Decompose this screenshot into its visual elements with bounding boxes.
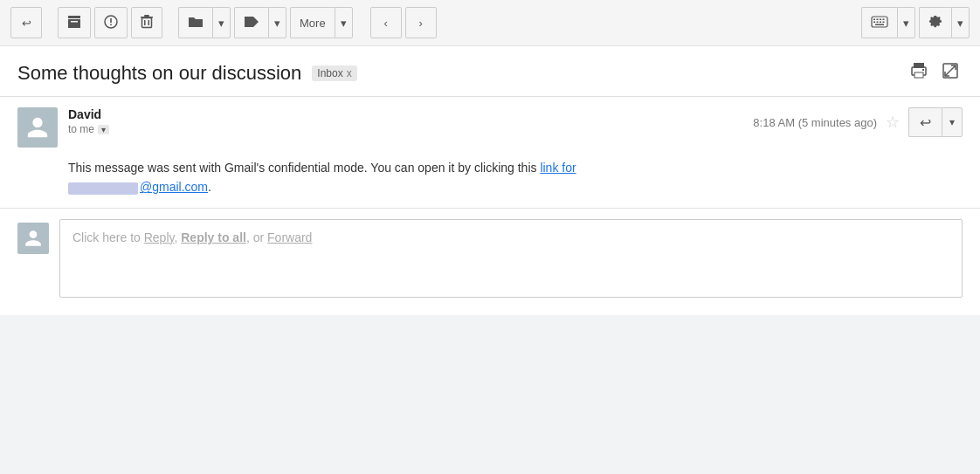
svg-rect-8 <box>142 17 152 27</box>
keyboard-icon <box>871 16 888 31</box>
back-arrow-icon: ↩ <box>22 17 31 30</box>
label-dropdown-button[interactable]: ▾ <box>268 7 286 38</box>
reply-person-icon <box>24 229 43 248</box>
svg-rect-12 <box>873 18 875 20</box>
spam-button[interactable] <box>94 7 128 38</box>
message-body: This message was sent with Gmail's confi… <box>68 158 963 197</box>
more-label: More <box>300 17 326 30</box>
prev-button[interactable]: ‹ <box>370 7 402 38</box>
email-link[interactable]: @gmail.com <box>140 180 208 194</box>
keyboard-caret-icon: ▾ <box>903 17 909 30</box>
or-label: or <box>253 230 267 244</box>
svg-line-26 <box>950 65 956 71</box>
sender-to: to me ▾ <box>68 123 753 135</box>
sender-info: David to me ▾ <box>68 107 753 135</box>
reply-button-group: ↩ ▾ <box>908 107 963 137</box>
label-button-group: ▾ <box>234 7 286 38</box>
sender-name: David <box>68 107 753 121</box>
svg-rect-0 <box>68 16 80 18</box>
reply-box[interactable]: Click here to Reply, Reply to all, or Fo… <box>59 219 963 298</box>
reply-label: Reply <box>144 230 175 244</box>
subject-row: Some thoughts on our discussion Inbox x <box>0 46 980 97</box>
settings-icon <box>928 15 942 31</box>
svg-rect-4 <box>110 18 112 23</box>
star-icon: ☆ <box>886 113 900 131</box>
more-button[interactable]: More <box>290 7 335 38</box>
folder-icon <box>188 16 204 31</box>
expand-button[interactable] <box>938 60 963 86</box>
svg-rect-7 <box>144 15 149 17</box>
confidential-link[interactable]: link for <box>540 161 576 175</box>
subject-actions <box>907 60 963 86</box>
reply-caret-icon: ▾ <box>949 116 955 128</box>
inbox-badge: Inbox x <box>312 65 356 81</box>
print-button[interactable] <box>907 60 931 86</box>
svg-rect-9 <box>144 20 146 25</box>
keyboard-button[interactable] <box>861 7 897 38</box>
folder-caret-icon: ▾ <box>218 17 224 30</box>
label-icon <box>244 16 259 31</box>
delete-icon <box>141 15 153 31</box>
body-text: This message was sent with Gmail's confi… <box>68 161 540 175</box>
svg-rect-10 <box>148 20 150 25</box>
spam-icon <box>104 15 118 31</box>
toolbar: ↩ ▾ ▾ <box>0 0 980 46</box>
svg-rect-19 <box>883 21 885 23</box>
blurred-email <box>68 182 138 195</box>
subject-text: Some thoughts on our discussion <box>17 62 301 85</box>
reply-all-label: Reply to all <box>181 230 246 244</box>
forward-link[interactable]: Forward <box>267 230 312 244</box>
folder-dropdown-button[interactable]: ▾ <box>212 7 231 38</box>
message-meta: 8:18 AM (5 minutes ago) ☆ ↩ ▾ <box>753 107 963 137</box>
reply-button[interactable]: ↩ <box>908 107 942 137</box>
svg-rect-23 <box>914 72 923 78</box>
svg-rect-5 <box>110 24 112 25</box>
reply-all-link[interactable]: Reply to all <box>181 230 246 244</box>
sender-avatar <box>17 107 58 148</box>
reply-avatar <box>17 223 49 254</box>
message-time: 8:18 AM (5 minutes ago) <box>753 116 877 129</box>
message-header: David to me ▾ 8:18 AM (5 minutes ago) ☆ … <box>17 107 963 148</box>
label-button[interactable] <box>234 7 268 38</box>
svg-rect-18 <box>880 21 881 23</box>
back-button[interactable]: ↩ <box>10 7 42 38</box>
to-dropdown-button[interactable]: ▾ <box>98 125 109 134</box>
star-button[interactable]: ☆ <box>884 113 901 132</box>
svg-rect-14 <box>880 18 881 20</box>
period: . <box>208 180 211 194</box>
settings-button[interactable] <box>919 7 951 38</box>
archive-icon <box>67 15 81 31</box>
next-button[interactable]: › <box>405 7 437 38</box>
label-caret-icon: ▾ <box>274 17 280 30</box>
svg-rect-24 <box>922 69 924 71</box>
settings-dropdown-button[interactable]: ▾ <box>951 7 970 38</box>
reply-link[interactable]: Reply <box>144 230 175 244</box>
email-content: Some thoughts on our discussion Inbox x <box>0 46 980 315</box>
reply-area: Click here to Reply, Reply to all, or Fo… <box>0 209 980 315</box>
reply-arrow-icon: ↩ <box>920 114 931 131</box>
svg-rect-1 <box>68 19 80 28</box>
delete-button[interactable] <box>131 7 162 38</box>
more-dropdown-button[interactable]: ▾ <box>335 7 353 38</box>
svg-rect-2 <box>71 21 78 23</box>
svg-rect-16 <box>873 21 875 23</box>
more-button-group: More ▾ <box>290 7 353 38</box>
to-label: to me <box>68 123 94 135</box>
svg-line-27 <box>945 71 950 76</box>
svg-rect-17 <box>877 21 879 23</box>
next-icon: › <box>418 17 422 30</box>
archive-button[interactable] <box>58 7 91 38</box>
folder-button[interactable] <box>178 7 212 38</box>
folder-button-group: ▾ <box>178 7 231 38</box>
inbox-badge-close[interactable]: x <box>347 67 352 79</box>
keyboard-dropdown-button[interactable]: ▾ <box>897 7 915 38</box>
settings-caret-icon: ▾ <box>957 17 963 30</box>
svg-rect-20 <box>875 24 884 25</box>
person-icon <box>25 115 50 140</box>
keyboard-button-group: ▾ <box>861 7 915 38</box>
settings-button-group: ▾ <box>919 7 970 38</box>
expand-icon <box>942 65 959 83</box>
reply-dropdown-button[interactable]: ▾ <box>942 107 963 137</box>
reply-placeholder-start: Click here to <box>72 230 144 244</box>
prev-icon: ‹ <box>383 17 387 30</box>
